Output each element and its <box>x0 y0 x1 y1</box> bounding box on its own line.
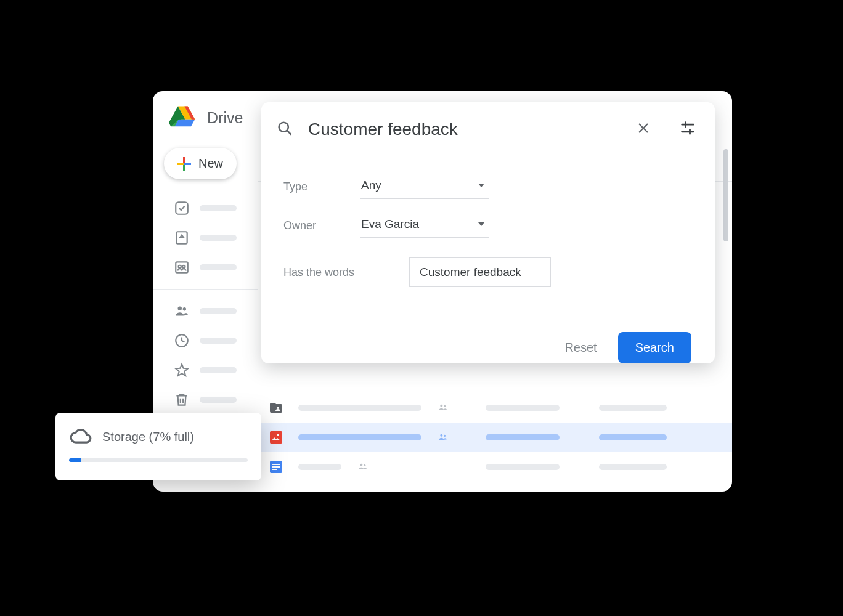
file-name-placeholder <box>298 434 422 440</box>
svg-rect-0 <box>176 202 188 214</box>
star-icon <box>174 362 190 378</box>
search-actions: Reset Search <box>261 317 715 363</box>
docs-file-icon <box>269 460 283 474</box>
sidebar-item-priority[interactable] <box>174 200 258 216</box>
shared-indicator-icon <box>436 432 452 442</box>
close-icon[interactable] <box>632 117 654 142</box>
reset-button[interactable]: Reset <box>564 341 597 355</box>
file-list <box>258 393 732 492</box>
search-button[interactable]: Search <box>618 332 691 363</box>
filter-words-row: Has the words Customer feedback <box>283 257 693 287</box>
svg-point-3 <box>179 265 181 268</box>
svg-point-10 <box>444 405 446 407</box>
svg-point-4 <box>182 265 185 268</box>
shared-drives-icon <box>174 259 190 275</box>
nav-label-placeholder <box>200 235 237 241</box>
file-owner-placeholder <box>486 405 560 411</box>
svg-point-20 <box>364 464 365 466</box>
file-modified-placeholder <box>599 405 667 411</box>
search-icon <box>276 120 293 139</box>
filter-type-row: Type Any <box>283 175 693 199</box>
svg-point-12 <box>277 434 279 436</box>
file-name-placeholder <box>298 405 422 411</box>
new-button-label: New <box>198 156 223 171</box>
sidebar-item-starred[interactable] <box>174 362 258 378</box>
sidebar-item-shared-drives[interactable] <box>174 259 258 275</box>
people-icon <box>174 303 190 319</box>
nav-label-placeholder <box>200 367 237 373</box>
sidebar-item-recent[interactable] <box>174 333 258 349</box>
file-modified-placeholder <box>599 434 667 440</box>
sidebar-item-my-drive[interactable] <box>174 230 258 246</box>
storage-card[interactable]: Storage (7% full) <box>55 413 261 480</box>
sidebar-item-trash[interactable] <box>174 392 258 408</box>
svg-point-21 <box>279 122 288 131</box>
nav-label-placeholder <box>200 308 237 314</box>
filter-type-select[interactable]: Any <box>360 175 489 199</box>
filter-owner-select[interactable]: Eva Garcia <box>360 214 489 238</box>
cloud-icon <box>69 426 92 447</box>
svg-rect-2 <box>176 262 188 272</box>
storage-progress-fill <box>69 458 81 462</box>
svg-point-8 <box>277 407 279 409</box>
image-file-icon <box>269 430 283 445</box>
svg-rect-16 <box>272 464 280 465</box>
shared-indicator-icon <box>356 462 372 472</box>
file-row[interactable] <box>258 452 732 482</box>
nav-divider <box>153 289 258 290</box>
svg-point-6 <box>183 307 186 310</box>
nav-label-placeholder <box>200 338 237 344</box>
chevron-down-icon <box>478 184 484 187</box>
nav-label-placeholder <box>200 205 237 211</box>
storage-label: Storage (7% full) <box>102 430 194 444</box>
svg-point-9 <box>440 405 442 407</box>
search-input[interactable]: Customer feedback <box>308 120 617 139</box>
file-row-selected[interactable] <box>258 423 732 452</box>
sidebar: New <box>153 148 258 408</box>
filter-owner-value: Eva Garcia <box>361 217 419 231</box>
file-row[interactable] <box>258 393 732 423</box>
app-title: Drive <box>207 109 243 127</box>
drive-small-icon <box>174 230 190 246</box>
filter-owner-row: Owner Eva Garcia <box>283 214 693 238</box>
svg-point-5 <box>178 306 182 310</box>
filter-type-value: Any <box>361 179 381 192</box>
svg-rect-17 <box>272 466 280 468</box>
search-options-icon[interactable] <box>675 116 700 143</box>
shared-indicator-icon <box>436 403 452 413</box>
file-owner-placeholder <box>486 434 560 440</box>
drive-logo-icon <box>169 105 197 131</box>
svg-rect-18 <box>272 469 277 470</box>
nav-label-placeholder <box>200 264 237 270</box>
file-name-placeholder <box>298 464 341 470</box>
folder-shared-icon <box>269 400 283 415</box>
trash-icon <box>174 392 190 408</box>
nav-label-placeholder <box>200 397 237 403</box>
filter-words-input[interactable]: Customer feedback <box>409 257 551 287</box>
new-button[interactable]: New <box>164 148 237 179</box>
file-owner-placeholder <box>486 464 560 470</box>
clock-icon <box>174 333 190 349</box>
svg-point-14 <box>444 435 446 437</box>
svg-rect-11 <box>270 431 282 444</box>
sidebar-item-shared-with-me[interactable] <box>174 303 258 319</box>
svg-point-19 <box>360 464 362 466</box>
storage-progress <box>69 458 248 462</box>
filter-type-label: Type <box>283 180 360 193</box>
scrollbar[interactable] <box>723 149 728 241</box>
file-modified-placeholder <box>599 464 667 470</box>
filter-owner-label: Owner <box>283 219 360 232</box>
plus-icon <box>177 157 191 171</box>
search-panel: Customer feedback Type Any Owner Eva Gar… <box>261 102 715 363</box>
filter-words-label: Has the words <box>283 266 385 279</box>
search-filters: Type Any Owner Eva Garcia Has the words … <box>261 156 715 287</box>
search-header: Customer feedback <box>261 102 715 156</box>
check-square-icon <box>174 200 190 216</box>
chevron-down-icon <box>478 222 484 226</box>
svg-point-13 <box>440 434 442 437</box>
